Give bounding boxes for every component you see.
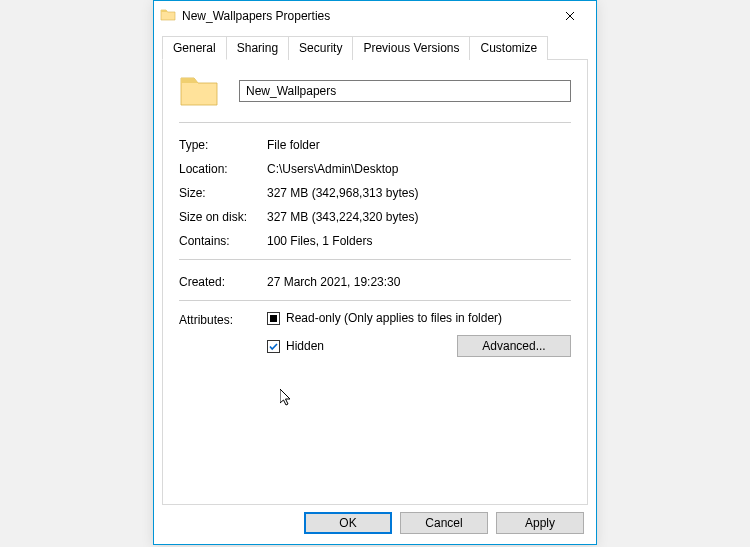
close-button[interactable] bbox=[550, 2, 590, 30]
readonly-label: Read-only (Only applies to files in fold… bbox=[286, 311, 502, 325]
checkmark-icon bbox=[268, 341, 279, 352]
dialog-footer: OK Cancel Apply bbox=[304, 512, 584, 534]
tab-sharing[interactable]: Sharing bbox=[226, 36, 289, 60]
hidden-checkbox[interactable] bbox=[267, 340, 280, 353]
value-size-on-disk: 327 MB (343,224,320 bytes) bbox=[267, 205, 571, 229]
window-title: New_Wallpapers Properties bbox=[182, 9, 550, 23]
label-attributes: Attributes: bbox=[179, 311, 267, 367]
label-size: Size: bbox=[179, 181, 267, 205]
folder-icon bbox=[160, 7, 176, 26]
value-type: File folder bbox=[267, 133, 571, 157]
label-size-on-disk: Size on disk: bbox=[179, 205, 267, 229]
value-location: C:\Users\Admin\Desktop bbox=[267, 157, 571, 181]
hidden-label: Hidden bbox=[286, 339, 451, 353]
folder-icon bbox=[179, 74, 219, 108]
tab-security[interactable]: Security bbox=[288, 36, 353, 60]
properties-window: New_Wallpapers Properties General Sharin… bbox=[153, 0, 597, 545]
label-location: Location: bbox=[179, 157, 267, 181]
tab-customize[interactable]: Customize bbox=[469, 36, 548, 60]
divider bbox=[179, 259, 571, 260]
ok-button[interactable]: OK bbox=[304, 512, 392, 534]
tab-previous-versions[interactable]: Previous Versions bbox=[352, 36, 470, 60]
value-contains: 100 Files, 1 Folders bbox=[267, 229, 571, 253]
readonly-checkbox[interactable] bbox=[267, 312, 280, 325]
label-type: Type: bbox=[179, 133, 267, 157]
apply-button[interactable]: Apply bbox=[496, 512, 584, 534]
titlebar: New_Wallpapers Properties bbox=[154, 1, 596, 31]
divider bbox=[179, 300, 571, 301]
tab-strip: General Sharing Security Previous Versio… bbox=[154, 31, 596, 505]
divider bbox=[179, 122, 571, 123]
value-created: 27 March 2021, 19:23:30 bbox=[267, 270, 571, 294]
cancel-button[interactable]: Cancel bbox=[400, 512, 488, 534]
tab-general[interactable]: General bbox=[162, 36, 227, 60]
label-created: Created: bbox=[179, 270, 267, 294]
close-icon bbox=[565, 11, 575, 21]
folder-name-input[interactable] bbox=[239, 80, 571, 102]
value-size: 327 MB (342,968,313 bytes) bbox=[267, 181, 571, 205]
advanced-button[interactable]: Advanced... bbox=[457, 335, 571, 357]
label-contains: Contains: bbox=[179, 229, 267, 253]
tab-panel-general: Type: File folder Location: C:\Users\Adm… bbox=[162, 59, 588, 505]
property-table: Type: File folder Location: C:\Users\Adm… bbox=[179, 133, 571, 253]
